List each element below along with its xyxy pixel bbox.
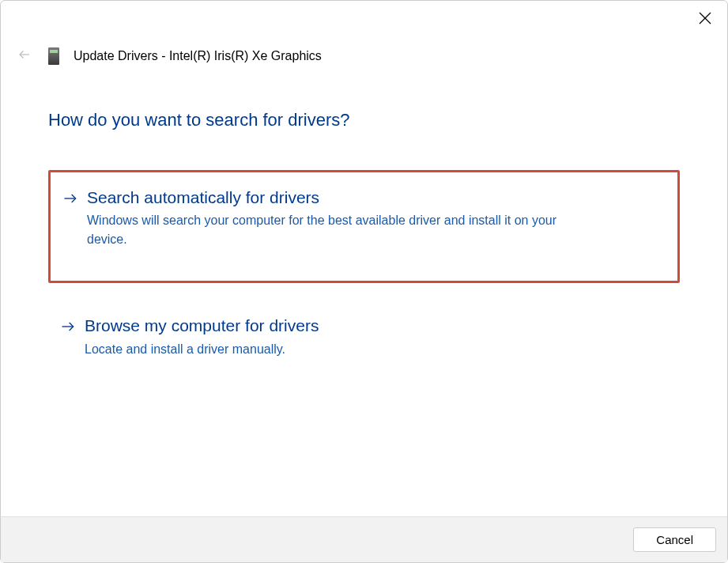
dialog-footer: Cancel: [1, 516, 727, 562]
arrow-right-icon: [62, 190, 79, 207]
device-icon: [48, 47, 59, 65]
dialog-title: Update Drivers - Intel(R) Iris(R) Xe Gra…: [74, 49, 322, 63]
option-description: Windows will search your computer for th…: [87, 211, 593, 249]
option-title: Browse my computer for drivers: [85, 315, 319, 336]
update-drivers-dialog: Update Drivers - Intel(R) Iris(R) Xe Gra…: [0, 0, 728, 563]
dialog-content: How do you want to search for drivers? S…: [1, 66, 727, 516]
option-title: Search automatically for drivers: [87, 187, 593, 208]
cancel-button[interactable]: Cancel: [633, 527, 716, 552]
option-description: Locate and install a driver manually.: [85, 340, 319, 359]
main-heading: How do you want to search for drivers?: [48, 110, 680, 130]
arrow-right-icon: [59, 318, 77, 335]
close-button[interactable]: [696, 10, 715, 29]
back-button: [15, 47, 34, 66]
back-arrow-icon: [17, 47, 32, 65]
option-browse-computer[interactable]: Browse my computer for drivers Locate an…: [48, 300, 680, 372]
close-icon: [699, 12, 711, 28]
option-search-automatically[interactable]: Search automatically for drivers Windows…: [48, 170, 680, 283]
dialog-header: Update Drivers - Intel(R) Iris(R) Xe Gra…: [1, 1, 727, 66]
